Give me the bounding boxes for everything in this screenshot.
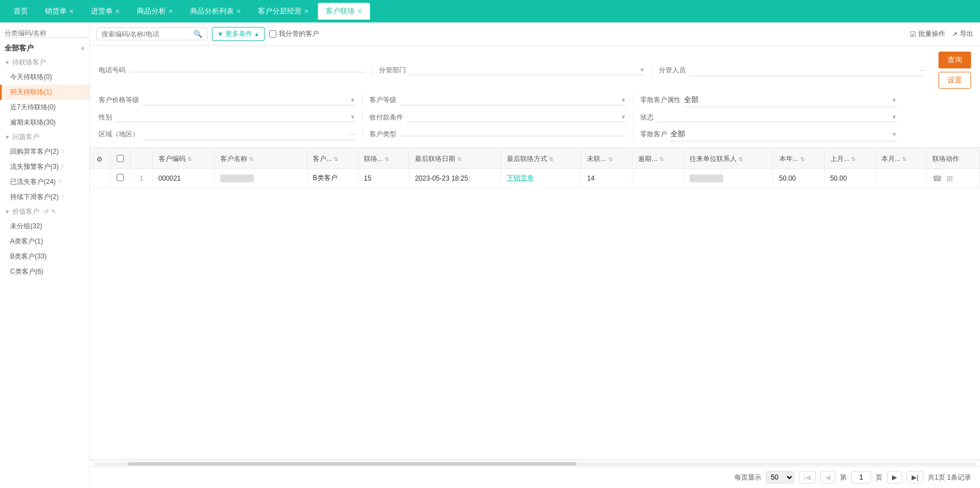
col-overdue[interactable]: 逾期... ⇅ — [632, 150, 683, 169]
row-select-checkbox[interactable] — [117, 174, 124, 181]
sidebar-item-unclassified[interactable]: 未分组(32) — [0, 219, 89, 234]
export-button[interactable]: ↗ 导出 — [952, 29, 973, 39]
sidebar-item-tomorrow[interactable]: 明天待联络(1) — [0, 85, 89, 100]
filter-gender: 性别 ▼ — [99, 112, 355, 122]
prev-page-button[interactable]: ◀ — [820, 471, 835, 484]
sort-icon[interactable]: ⇅ — [334, 156, 338, 162]
sidebar-item-repurchase-abnormal[interactable]: 回购异常客户(2) ? — [0, 144, 89, 159]
nav-goods-analysis-list[interactable]: 商品分析列表 ✕ — [182, 3, 249, 20]
sort-icon[interactable]: ⇅ — [549, 156, 553, 162]
col-code[interactable]: 客户编码 ⇅ — [152, 150, 214, 169]
setting-button[interactable]: 设置 — [939, 72, 971, 89]
scrollbar-thumb[interactable] — [128, 462, 576, 466]
row-overdue — [632, 169, 683, 188]
close-icon[interactable]: ✕ — [115, 8, 120, 15]
close-icon[interactable]: ✕ — [357, 8, 362, 15]
col-contact[interactable]: 联络... ⇅ — [358, 150, 409, 169]
sidebar-item-lost[interactable]: 流失预警客户(3) ? — [0, 159, 89, 174]
page-size-select[interactable]: 50 100 — [766, 471, 794, 484]
more-icon[interactable]: ··· — [919, 66, 925, 74]
sidebar-item-keep-declining[interactable]: 持续下滑客户(2) ? — [0, 190, 89, 205]
filter-customer-type: 客户类型 — [369, 130, 626, 139]
sidebar-item-class-c[interactable]: C类客户(6) — [0, 264, 89, 279]
sort-icon[interactable]: ⇅ — [851, 156, 856, 162]
my-customers-checkbox[interactable] — [269, 30, 276, 38]
next-page-button[interactable]: ▶ — [887, 471, 902, 484]
chevron-down-icon: ▼ — [639, 67, 645, 73]
batch-op-button[interactable]: ☑ 批量操作 — [910, 29, 945, 39]
chevron-up-icon: ▲ — [254, 31, 260, 37]
group-problem-customers: 问题客户 — [0, 130, 89, 144]
select-all-checkbox[interactable] — [117, 155, 124, 162]
row-last-contact-date: 2023-05-23 18:25: — [409, 169, 501, 188]
close-icon[interactable]: ✕ — [69, 8, 74, 15]
search-icon[interactable]: 🔍 — [193, 30, 202, 38]
sort-icon[interactable]: ⇅ — [659, 156, 664, 162]
sort-icon[interactable]: ⇅ — [457, 156, 462, 162]
more-filter-button[interactable]: ▼ 更多条件 ▲ — [212, 27, 265, 41]
edit-icon[interactable]: ✎ — [51, 208, 56, 215]
nav-customer-tier[interactable]: 客户分层经营 ✕ — [250, 3, 317, 20]
col-settings[interactable]: ⚙ — [90, 150, 110, 169]
nav-goods-analysis[interactable]: 商品分析 ✕ — [129, 3, 181, 20]
col-this-year[interactable]: 本年... ⇅ — [773, 150, 824, 169]
nav-customer-contact[interactable]: 客户联络 ✕ — [318, 3, 370, 20]
col-uncontacted[interactable]: 未联... ⇅ — [581, 150, 632, 169]
sort-icon[interactable]: ⇅ — [800, 156, 805, 162]
chevron-down-icon: ▼ — [621, 97, 626, 103]
row-checkbox[interactable] — [110, 169, 130, 188]
nav-purchase[interactable]: 进货单 ✕ — [83, 3, 128, 20]
horizontal-scrollbar[interactable] — [90, 461, 980, 466]
sort-icon[interactable]: ⇅ — [608, 156, 613, 162]
sidebar-item-class-b[interactable]: B类客户(33) — [0, 249, 89, 264]
sort-icon[interactable]: ⇅ — [902, 156, 907, 162]
sidebar-search-input[interactable] — [4, 29, 89, 38]
close-icon[interactable]: ✕ — [168, 8, 173, 15]
last-page-button[interactable]: ▶| — [907, 471, 923, 484]
sidebar-item-week[interactable]: 近7天待联络(0) — [0, 100, 89, 115]
row-this-year: 50.00 — [773, 169, 824, 188]
col-last-contact-date[interactable]: 最后联络日期 ⇅ — [409, 150, 501, 169]
all-customers-header[interactable]: 全部客户 « — [0, 40, 89, 56]
search-input[interactable] — [101, 30, 191, 38]
col-last-month[interactable]: 上月... ⇅ — [824, 150, 875, 169]
first-page-button[interactable]: |◀ — [799, 471, 816, 484]
page-input[interactable] — [851, 471, 871, 484]
my-customers-checkbox-label[interactable]: 我分管的客户 — [269, 29, 319, 39]
row-last-contact-method[interactable]: 下销货单 — [501, 169, 581, 188]
toolbar: 🔍 ▼ 更多条件 ▲ 我分管的客户 ☑ 批量操作 ↗ 导出 — [90, 22, 980, 46]
col-this-month[interactable]: 本月... ⇅ — [875, 150, 926, 169]
nav-sales[interactable]: 销货单 ✕ — [37, 3, 82, 20]
contact-icon[interactable]: ☎ — [932, 174, 942, 183]
sort-icon[interactable]: ⇅ — [187, 156, 192, 162]
collapse-icon[interactable]: « — [81, 44, 85, 52]
col-name[interactable]: 客户名称 ⇅ — [214, 150, 307, 169]
sort-icon[interactable]: ⇅ — [249, 156, 253, 162]
sort-icon[interactable]: ⇅ — [738, 156, 743, 162]
col-last-contact-method[interactable]: 最后联络方式 ⇅ — [501, 150, 581, 169]
chevron-down-icon: ▼ — [891, 131, 897, 137]
table-row: 1 000021 B类客户 15 2023-05-23 18:25: 下销货单 … — [90, 169, 980, 188]
row-settings[interactable] — [90, 169, 110, 188]
close-icon[interactable]: ✕ — [236, 8, 241, 15]
sidebar-item-class-a[interactable]: A类客户(1) — [0, 234, 89, 249]
close-icon[interactable]: ✕ — [304, 8, 309, 15]
help-icon: ? — [61, 149, 64, 155]
chevron-down-icon: ▼ — [621, 114, 626, 120]
query-button[interactable]: 查询 — [939, 52, 971, 68]
sidebar-item-overdue[interactable]: 逾期未联络(30) — [0, 115, 89, 130]
table-header-row: ⚙ 客户编码 ⇅ 客户名称 ⇅ 客户... ⇅ — [90, 150, 980, 169]
scrollbar-track[interactable] — [94, 462, 976, 466]
more-icon[interactable]: ··· — [350, 130, 355, 138]
col-customer-type[interactable]: 客户... ⇅ — [307, 150, 358, 169]
table-area: ⚙ 客户编码 ⇅ 客户名称 ⇅ 客户... ⇅ — [90, 150, 980, 458]
row-index: 1 — [130, 169, 152, 188]
col-checkbox[interactable] — [110, 150, 130, 169]
grid-icon[interactable]: ⊞ — [946, 174, 953, 183]
refresh-icon[interactable]: ↺ — [44, 208, 49, 215]
sidebar-item-already-lost[interactable]: 已流失客户(24) ? — [0, 174, 89, 190]
sidebar-item-today[interactable]: 今天待联络(0) — [0, 70, 89, 85]
nav-home[interactable]: 首页 — [6, 3, 36, 20]
sort-icon[interactable]: ⇅ — [385, 156, 389, 162]
col-unit-contact[interactable]: 往来单位联系人 ⇅ — [683, 150, 773, 169]
